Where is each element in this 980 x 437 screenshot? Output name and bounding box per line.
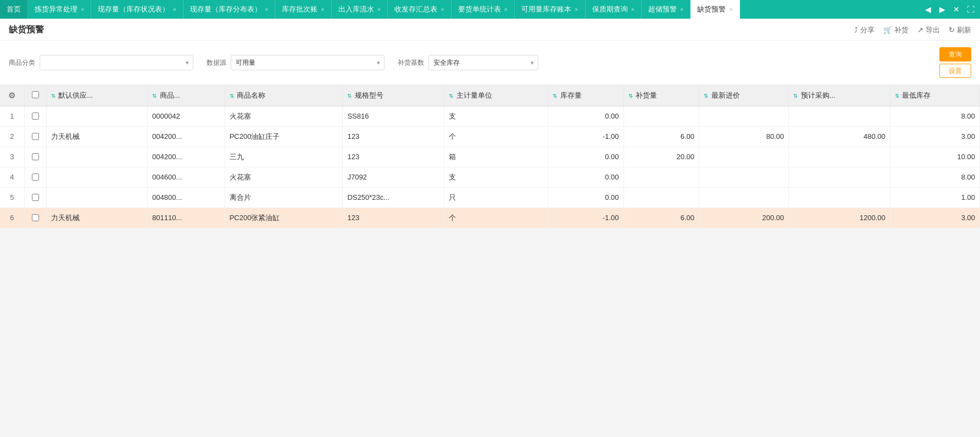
tab-inventory-dist[interactable]: 现存量（库存分布表） × [183, 0, 275, 19]
tab-stockout-warning[interactable]: 缺货预警 × [691, 0, 739, 19]
row-checkbox[interactable] [32, 153, 39, 160]
share-button[interactable]: ⤴ 分享 [854, 25, 875, 35]
close-icon[interactable]: × [441, 6, 444, 13]
page-content: 缺货预警 ⤴ 分享 🛒 补货 ↗ 导出 ↻ 刷新 商品分类 [0, 19, 980, 228]
export-icon: ↗ [917, 26, 923, 34]
close-icon[interactable]: × [377, 6, 381, 13]
sort-icon: ⇅ [347, 93, 352, 99]
commodity-label: 商品分类 [9, 58, 35, 68]
row-spec: DS250*23c... [343, 187, 444, 208]
tab-picking-exception[interactable]: 拣货异常处理 × [28, 0, 91, 19]
table-row: 6 力天机械 801110... PC200张紧油缸 123 个 -1.00 6… [0, 208, 980, 228]
tab-expiry-query[interactable]: 保质期查询 × [586, 0, 642, 19]
row-min-stock: 10.00 [890, 147, 979, 167]
row-latest-price [699, 187, 789, 208]
row-checkbox-cell [24, 208, 46, 228]
replenish-base-select[interactable]: 安全库存 [428, 55, 538, 70]
col-unit: ⇅ 主计量单位 [444, 85, 548, 106]
col-min-stock: ⇅ 最低库存 [890, 85, 979, 106]
sort-icon: ⇅ [553, 93, 557, 99]
filter-actions: 查询 设置 [939, 47, 971, 78]
settings-button[interactable]: 设置 [939, 64, 971, 78]
select-all-checkbox[interactable] [32, 91, 39, 98]
tab-batch-account[interactable]: 库存批次账 × [275, 0, 331, 19]
nav-next-button[interactable]: ▶ [935, 2, 949, 16]
nav-prev-button[interactable]: ◀ [921, 2, 935, 16]
row-checkbox[interactable] [32, 113, 39, 120]
nav-close-button[interactable]: ✕ [949, 2, 964, 16]
row-estimate-purchase [789, 106, 890, 126]
refresh-button[interactable]: ↻ 刷新 [949, 25, 971, 35]
row-spec: 123 [343, 147, 444, 167]
row-spec: J7092 [343, 167, 444, 187]
table-row: 1 0000042 火花塞 SS816 支 0.00 8.00 [0, 106, 980, 126]
row-stock: 0.00 [548, 187, 623, 208]
table-row: 2 力天机械 004200... PC200油缸庄子 123 个 -1.00 6… [0, 126, 980, 147]
datasource-label: 数据源 [207, 58, 226, 68]
row-stock: 0.00 [548, 147, 623, 167]
close-icon[interactable]: × [575, 6, 578, 13]
datasource-select-wrapper: 可用量 ▾ [231, 55, 385, 70]
commodity-filter-group: 商品分类 ▾ [9, 55, 193, 70]
close-icon[interactable]: × [729, 6, 732, 13]
row-replenish: 20.00 [623, 147, 699, 167]
row-index: 4 [0, 167, 24, 187]
row-checkbox[interactable] [32, 214, 39, 221]
commodity-select[interactable] [40, 55, 193, 70]
row-checkbox[interactable] [32, 173, 39, 181]
row-index: 1 [0, 106, 24, 126]
tab-overstock-warning[interactable]: 超储预警 × [642, 0, 691, 19]
row-checkbox-cell [24, 147, 46, 167]
row-checkbox[interactable] [32, 133, 39, 140]
tab-available-inventory[interactable]: 可用量库存账本 × [515, 0, 585, 19]
sort-icon: ⇅ [449, 93, 453, 99]
close-icon[interactable]: × [321, 6, 324, 13]
sort-icon: ⇅ [51, 93, 55, 99]
close-icon[interactable]: × [631, 6, 634, 13]
row-min-stock: 3.00 [890, 208, 979, 228]
row-latest-price: 200.00 [699, 208, 789, 228]
row-min-stock: 3.00 [890, 126, 979, 147]
replenish-base-select-wrapper: 安全库存 ▾ [428, 55, 538, 70]
col-name: ⇅ 商品名称 [225, 85, 343, 106]
row-replenish: 6.00 [623, 208, 699, 228]
row-latest-price [699, 106, 789, 126]
replenish-button[interactable]: 🛒 补货 [883, 25, 909, 35]
query-button[interactable]: 查询 [939, 47, 971, 61]
row-supplier [46, 106, 148, 126]
row-replenish: 6.00 [623, 126, 699, 147]
col-replenish: ⇅ 补货量 [623, 85, 699, 106]
replenish-base-value: 安全库存 [433, 58, 460, 68]
close-icon[interactable]: × [172, 6, 176, 13]
header-actions: ⤴ 分享 🛒 补货 ↗ 导出 ↻ 刷新 [854, 25, 971, 35]
nav-fullscreen-button[interactable]: ⛶ [964, 2, 978, 16]
row-supplier: 力天机械 [46, 126, 148, 147]
row-name: 火花塞 [225, 167, 343, 187]
commodity-select-wrapper: ▾ [40, 55, 193, 70]
row-latest-price [699, 167, 789, 187]
datasource-select[interactable]: 可用量 [231, 55, 385, 70]
close-icon[interactable]: × [265, 6, 268, 13]
row-checkbox[interactable] [32, 194, 39, 201]
sort-icon: ⇅ [704, 93, 708, 99]
tab-order-stats[interactable]: 要货单统计表 × [452, 0, 515, 19]
sort-icon: ⇅ [895, 93, 899, 99]
row-name: 离合片 [225, 187, 343, 208]
row-code: 004800... [148, 187, 225, 208]
tab-inventory-status[interactable]: 现存量（库存状况表） × [91, 0, 183, 19]
tab-receive-send-summary[interactable]: 收发存汇总表 × [388, 0, 451, 19]
close-icon[interactable]: × [81, 6, 84, 13]
col-stock: ⇅ 库存量 [548, 85, 623, 106]
gear-icon[interactable]: ⚙ [8, 91, 15, 100]
close-icon[interactable]: × [504, 6, 508, 13]
row-latest-price [699, 147, 789, 167]
row-supplier [46, 147, 148, 167]
export-button[interactable]: ↗ 导出 [917, 25, 940, 35]
tab-home[interactable]: 首页 [0, 0, 28, 19]
col-gear: ⚙ [0, 85, 24, 106]
close-icon[interactable]: × [680, 6, 683, 13]
table-container: ⚙ ⇅ 默认供应... ⇅ 商品... ⇅ 商品名称 [0, 85, 980, 228]
tab-flow[interactable]: 出入库流水 × [332, 0, 388, 19]
row-unit: 支 [444, 106, 548, 126]
row-checkbox-cell [24, 126, 46, 147]
